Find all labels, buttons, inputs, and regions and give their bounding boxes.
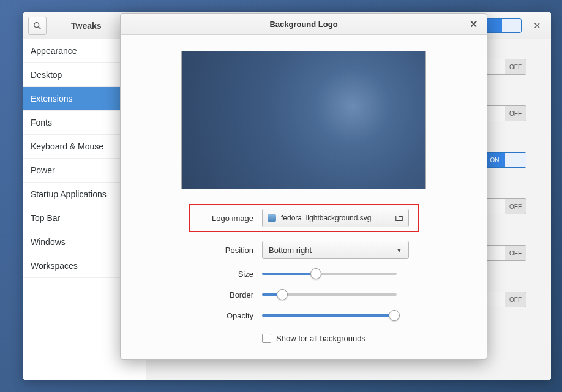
extension-toggle[interactable]: OFF [484,245,526,261]
svg-point-0 [34,22,39,27]
extension-toggle[interactable]: ON [484,152,526,168]
search-icon [33,21,42,30]
position-value: Bottom right [269,246,312,255]
toggle-off-label: OFF [505,246,526,260]
sidebar-item-label: Startup Applications [31,189,107,199]
slider-thumb[interactable] [310,268,321,279]
dialog-form: Logo image fedora_lightbackground.svg Po… [198,204,409,343]
position-row: Position Bottom right ▼ [198,241,409,259]
toggle-on-label: ON [484,153,505,167]
slider-thumb[interactable] [277,289,288,300]
image-file-icon [268,214,276,222]
sidebar-item-label: Workspaces [31,261,78,271]
logo-image-file-chooser[interactable]: fedora_lightbackground.svg [262,209,409,227]
switch-thumb [502,19,521,32]
sidebar-item-label: Keyboard & Mouse [31,141,103,151]
size-slider[interactable] [262,268,397,280]
chevron-down-icon: ▼ [396,247,402,254]
dialog-title: Background Logo [140,20,467,29]
close-icon: ✕ [470,19,478,29]
search-button[interactable] [28,17,47,35]
sidebar-item-label: Windows [31,237,66,247]
sidebar-item-label: Power [31,165,55,175]
window-close-button[interactable]: ✕ [528,20,546,31]
sidebar-item-label: Desktop [31,70,62,80]
border-label: Border [198,290,253,300]
sidebar-item-label: Appearance [31,46,77,56]
close-icon: ✕ [533,20,541,31]
extension-toggle[interactable]: OFF [484,105,526,121]
dialog-body: Logo image fedora_lightbackground.svg Po… [121,35,487,359]
opacity-row: Opacity [198,309,409,322]
position-label: Position [198,246,253,255]
extension-toggle[interactable]: OFF [484,198,526,214]
show-all-checkbox[interactable] [262,334,271,343]
logo-image-label: Logo image [198,214,253,223]
background-logo-dialog: Background Logo ✕ Logo image fedora_ligh… [120,13,487,360]
sidebar-item-label: Fonts [31,118,52,127]
show-all-label: Show for all backgrounds [276,334,365,343]
size-label: Size [198,270,253,279]
sidebar-item-label: Extensions [31,94,72,104]
global-extensions-switch[interactable] [482,18,522,33]
show-all-row: Show for all backgrounds [262,334,409,343]
toggle-off-label: OFF [505,199,526,214]
opacity-slider[interactable] [262,309,397,322]
logo-image-row: Logo image fedora_lightbackground.svg [189,204,419,232]
dialog-header: Background Logo ✕ [121,14,487,35]
border-slider[interactable] [262,288,397,301]
logo-image-filename: fedora_lightbackground.svg [281,214,371,222]
slider-thumb[interactable] [389,310,400,321]
wallpaper-preview [181,51,426,189]
position-combo[interactable]: Bottom right ▼ [262,241,409,259]
extension-toggle[interactable]: OFF [484,59,526,75]
extension-toggle[interactable]: OFF [484,292,526,307]
svg-line-1 [39,26,41,29]
opacity-label: Opacity [198,311,253,320]
window-title: Tweaks [71,21,102,31]
open-file-icon [395,214,403,222]
size-row: Size [198,268,409,280]
dialog-close-button[interactable]: ✕ [467,18,479,30]
toggle-off-label: OFF [505,106,526,121]
sidebar-item-label: Top Bar [31,213,60,223]
toggle-off-label: OFF [505,59,526,74]
border-row: Border [198,288,409,301]
toggle-off-label: OFF [505,292,526,307]
